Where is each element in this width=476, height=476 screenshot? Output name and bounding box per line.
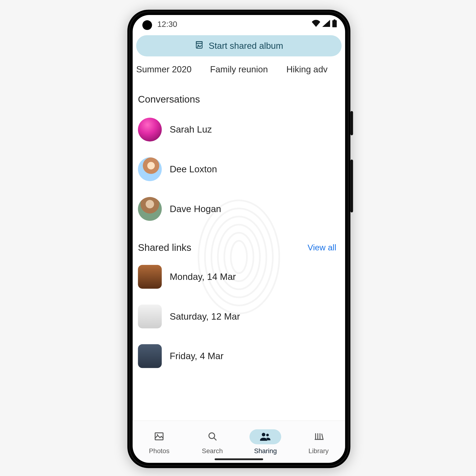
svg-point-16 — [266, 433, 269, 436]
phone-frame: 12:30 — [127, 10, 350, 468]
conversation-name: Sarah Luz — [170, 124, 212, 135]
svg-line-20 — [322, 433, 323, 439]
battery-icon — [332, 19, 337, 29]
nav-sharing[interactable]: Sharing — [239, 421, 292, 463]
nav-label: Search — [202, 447, 223, 454]
status-bar: 12:30 — [133, 15, 345, 34]
nav-label: Sharing — [254, 447, 277, 454]
search-icon — [207, 431, 218, 443]
conversation-row[interactable]: Dave Hogan — [133, 189, 345, 229]
avatar — [138, 197, 162, 221]
svg-rect-1 — [332, 20, 337, 27]
album-add-icon — [195, 40, 204, 51]
conversation-name: Dee Loxton — [170, 164, 217, 174]
library-icon — [313, 431, 324, 443]
conversation-row[interactable]: Dee Loxton — [133, 150, 345, 189]
svg-line-14 — [214, 438, 216, 440]
svg-rect-0 — [334, 19, 335, 20]
shared-link-row[interactable]: Monday, 14 Mar — [133, 257, 345, 297]
gesture-bar[interactable] — [215, 459, 263, 460]
album-chip[interactable]: Summer 2020 — [136, 64, 192, 74]
start-shared-album-label: Start shared album — [209, 41, 283, 51]
nav-photos[interactable]: Photos — [133, 421, 186, 463]
wifi-icon — [311, 19, 320, 29]
nav-library[interactable]: Library — [292, 421, 345, 463]
svg-point-15 — [262, 433, 265, 436]
clock: 12:30 — [157, 19, 177, 29]
album-chip[interactable]: Family reunion — [210, 64, 268, 74]
power-button — [350, 111, 353, 136]
conversation-row[interactable]: Sarah Luz — [133, 110, 345, 150]
avatar — [138, 157, 162, 181]
shared-albums-row[interactable]: Summer 2020 Family reunion Hiking adv — [133, 61, 345, 77]
shared-link-label: Saturday, 12 Mar — [170, 311, 240, 322]
shared-link-row[interactable]: Saturday, 12 Mar — [133, 297, 345, 336]
shared-link-thumbnail — [138, 305, 162, 328]
people-icon — [260, 431, 271, 443]
start-shared-album-button[interactable]: Start shared album — [136, 35, 341, 56]
svg-point-12 — [157, 434, 158, 435]
bottom-nav: Photos Search Shar — [133, 421, 345, 463]
shared-link-thumbnail — [138, 344, 162, 368]
album-chip[interactable]: Hiking adv — [286, 64, 327, 74]
photos-icon — [154, 431, 165, 443]
svg-point-13 — [209, 433, 214, 438]
volume-button — [350, 159, 353, 212]
shared-links-heading: Shared links — [138, 242, 191, 254]
nav-label: Library — [308, 447, 329, 454]
nav-label: Photos — [149, 447, 170, 454]
nav-search[interactable]: Search — [186, 421, 239, 463]
shared-link-row[interactable]: Friday, 4 Mar — [133, 336, 345, 376]
shared-link-thumbnail — [138, 265, 162, 289]
svg-rect-3 — [196, 41, 202, 43]
view-all-link[interactable]: View all — [307, 243, 336, 253]
screen: 12:30 — [133, 15, 345, 463]
shared-link-label: Monday, 14 Mar — [170, 272, 236, 282]
conversation-name: Dave Hogan — [170, 204, 221, 214]
punch-hole-camera — [142, 20, 152, 30]
avatar — [138, 118, 162, 141]
shared-link-label: Friday, 4 Mar — [170, 351, 223, 361]
cell-signal-icon — [322, 19, 330, 29]
conversations-heading: Conversations — [133, 77, 345, 110]
